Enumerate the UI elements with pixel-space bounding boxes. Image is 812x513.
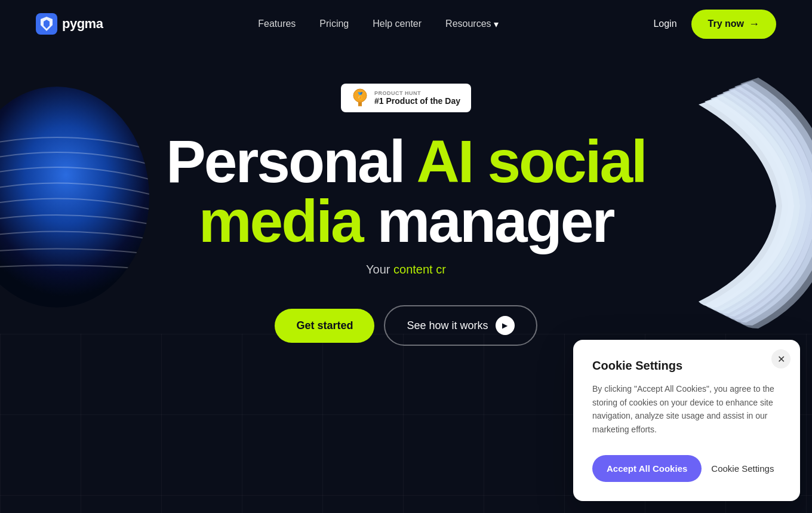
cookie-title: Cookie Settings: [592, 359, 781, 373]
nav-item-help[interactable]: Help center: [373, 19, 422, 29]
logo-text: pygma: [62, 16, 103, 32]
ph-badge-text: PRODUCT HUNT #1 Product of the Day: [374, 90, 460, 106]
cta-buttons: Get started See how it works ▶: [275, 305, 537, 346]
nav-right: Login Try now →: [653, 10, 776, 39]
nav-link-help[interactable]: Help center: [373, 19, 422, 29]
login-button[interactable]: Login: [653, 19, 676, 29]
headline-media: media: [199, 188, 377, 254]
ph-product-of-day: #1 Product of the Day: [374, 96, 460, 106]
see-how-label: See how it works: [407, 320, 488, 332]
nav-link-resources[interactable]: Resources: [445, 19, 491, 29]
hero-headline: Personal AI social media manager: [166, 131, 646, 251]
accept-cookies-button[interactable]: Accept All Cookies: [592, 455, 702, 482]
hero-section: 🏅 PRODUCT HUNT #1 Product of the Day Per…: [0, 48, 812, 346]
try-now-button[interactable]: Try now →: [691, 10, 776, 39]
cookie-body: By clicking "Accept All Cookies", you ag…: [592, 382, 781, 436]
logo[interactable]: pygma: [36, 13, 103, 35]
headline-personal: Personal: [166, 128, 416, 195]
cookie-close-button[interactable]: ✕: [771, 349, 791, 368]
subtitle-prefix: Your: [366, 263, 393, 276]
hero-subtitle: Your content cr: [366, 263, 446, 277]
arrow-icon: →: [749, 18, 759, 30]
play-icon: ▶: [496, 316, 515, 335]
cookie-settings-button[interactable]: Cookie Settings: [711, 463, 774, 474]
nav-link-pricing[interactable]: Pricing: [319, 19, 349, 29]
product-hunt-badge: 🏅 PRODUCT HUNT #1 Product of the Day: [341, 84, 471, 112]
see-how-button[interactable]: See how it works ▶: [384, 305, 537, 346]
nav-link-features[interactable]: Features: [258, 19, 296, 29]
try-now-label: Try now: [708, 19, 744, 29]
nav-item-resources[interactable]: Resources ▾: [445, 19, 498, 30]
subtitle-highlight: content cr: [393, 263, 446, 276]
cookie-popup: ✕ Cookie Settings By clicking "Accept Al…: [573, 340, 800, 501]
cookie-actions: Accept All Cookies Cookie Settings: [592, 455, 781, 482]
medal-icon: 🏅: [352, 88, 368, 107]
headline-ai-social: AI social: [417, 128, 646, 195]
logo-icon: [36, 13, 57, 35]
headline-manager: manager: [377, 188, 613, 254]
nav-item-features[interactable]: Features: [258, 19, 296, 29]
nav-item-pricing[interactable]: Pricing: [319, 19, 349, 29]
chevron-down-icon: ▾: [494, 19, 499, 30]
get-started-button[interactable]: Get started: [275, 309, 374, 343]
ph-product-hunt-label: PRODUCT HUNT: [374, 90, 460, 96]
nav-links: Features Pricing Help center Resources ▾: [258, 19, 498, 30]
navbar: pygma Features Pricing Help center Resou…: [0, 0, 812, 48]
svg-text:🏅: 🏅: [356, 91, 365, 100]
